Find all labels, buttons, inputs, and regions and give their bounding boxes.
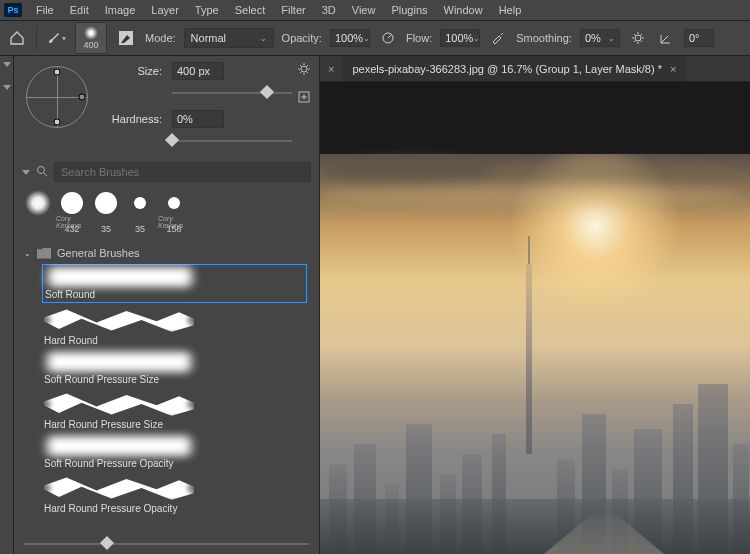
menu-file[interactable]: File <box>28 2 62 18</box>
brush-preset-name: Soft Round Pressure Opacity <box>44 458 305 469</box>
svg-line-6 <box>44 173 47 176</box>
document-tab[interactable]: pexels-pixabay-366283.jpg @ 16.7% (Group… <box>342 56 686 81</box>
menu-type[interactable]: Type <box>187 2 227 18</box>
size-input[interactable]: 400 px <box>172 62 224 80</box>
chevron-down-icon: ▾ <box>62 34 66 43</box>
menu-3d[interactable]: 3D <box>314 2 344 18</box>
menu-plugins[interactable]: Plugins <box>383 2 435 18</box>
svg-point-5 <box>38 167 45 174</box>
pressure-opacity-toggle[interactable] <box>378 28 398 48</box>
document-title: pexels-pixabay-366283.jpg @ 16.7% (Group… <box>352 63 662 75</box>
brush-stroke-preview <box>44 391 194 417</box>
brush-swatch[interactable]: Cory Kerkeys158 <box>158 192 190 234</box>
mode-label: Mode: <box>145 32 176 44</box>
brush-stroke-preview <box>44 352 194 372</box>
smoothing-options[interactable] <box>628 28 648 48</box>
recent-brushes-row: Cory Kerkeys432 35 35 Cory Kerkeys158 <box>22 190 311 236</box>
brush-preset-name: Soft Round <box>45 289 304 300</box>
brush-list[interactable]: Soft RoundHard RoundSoft Round Pressure … <box>22 264 311 534</box>
brush-preset-item[interactable]: Hard Round <box>42 305 307 348</box>
size-slider[interactable] <box>172 86 292 100</box>
brush-swatch[interactable] <box>22 192 54 234</box>
menu-window[interactable]: Window <box>436 2 491 18</box>
expand-triangle-icon[interactable] <box>22 170 30 175</box>
brush-stroke-preview <box>44 307 194 333</box>
angle-icon <box>659 31 673 45</box>
gear-icon[interactable] <box>297 62 311 78</box>
canvas[interactable] <box>320 82 750 554</box>
brush-preview-dot <box>84 26 98 40</box>
smoothing-value: 0% <box>585 32 601 44</box>
expand-triangle-icon[interactable] <box>3 62 11 67</box>
brush-settings-toggle[interactable] <box>115 27 137 49</box>
brush-tool-icon[interactable]: ▾ <box>45 27 67 49</box>
brush-angle-widget[interactable] <box>26 66 88 128</box>
pressure-icon <box>380 30 396 46</box>
brush-preset-item[interactable]: Soft Round Pressure Opacity <box>42 434 307 471</box>
menu-view[interactable]: View <box>344 2 384 18</box>
brush-size-readout: 400 <box>83 41 98 50</box>
blend-mode-value: Normal <box>191 32 226 44</box>
menu-layer[interactable]: Layer <box>143 2 187 18</box>
brush-icon <box>46 30 62 46</box>
brush-preset-name: Hard Round <box>44 335 305 346</box>
brush-script-label: Cory Kerkeys <box>56 215 88 223</box>
flow-label: Flow: <box>406 32 432 44</box>
airbrush-toggle[interactable] <box>488 28 508 48</box>
new-preset-icon[interactable] <box>297 90 311 106</box>
document-area: × pexels-pixabay-366283.jpg @ 16.7% (Gro… <box>320 56 750 554</box>
brush-panel-icon <box>117 29 135 47</box>
menu-bar: Ps File Edit Image Layer Type Select Fil… <box>0 0 750 20</box>
smoothing-input[interactable]: 0%⌄ <box>580 29 620 47</box>
menu-filter[interactable]: Filter <box>273 2 313 18</box>
brush-preset-item[interactable]: Soft Round Pressure Size <box>42 350 307 387</box>
folder-icon <box>37 248 51 259</box>
home-icon <box>9 30 25 46</box>
flow-input[interactable]: 100%⌄ <box>440 29 480 47</box>
home-button[interactable] <box>6 27 28 49</box>
hardness-input[interactable]: 0% <box>172 110 224 128</box>
expand-triangle-icon[interactable] <box>3 85 11 90</box>
opacity-label: Opacity: <box>282 32 322 44</box>
brush-preset-name: Soft Round Pressure Size <box>44 374 305 385</box>
brush-preset-picker[interactable]: 400 <box>75 22 107 54</box>
app-logo: Ps <box>4 3 22 17</box>
thumbnail-size-slider[interactable] <box>24 538 309 550</box>
angle-value: 0° <box>689 32 700 44</box>
brush-preset-name: Hard Round Pressure Size <box>44 419 305 430</box>
brush-swatch[interactable]: 35 <box>90 192 122 234</box>
chevron-down-icon: ⌄ <box>260 34 267 43</box>
brush-preset-item[interactable]: Soft Round <box>42 264 307 303</box>
folder-label: General Brushes <box>57 247 140 259</box>
flow-value: 100% <box>445 32 473 44</box>
opacity-input[interactable]: 100%⌄ <box>330 29 370 47</box>
brush-preset-name: Hard Round Pressure Opacity <box>44 503 305 514</box>
smoothing-label: Smoothing: <box>516 32 572 44</box>
brush-stroke-preview <box>45 267 195 287</box>
brush-folder[interactable]: ⌄ General Brushes <box>22 244 311 262</box>
brush-preset-panel: Size: 400 px Hardness: 0% <box>14 56 320 554</box>
menu-help[interactable]: Help <box>491 2 530 18</box>
close-tab-left[interactable]: × <box>320 63 342 75</box>
menu-select[interactable]: Select <box>227 2 274 18</box>
brush-preset-item[interactable]: Hard Round Pressure Opacity <box>42 473 307 516</box>
chevron-down-icon: ⌄ <box>608 34 615 43</box>
hardness-slider[interactable] <box>172 134 292 148</box>
angle-input[interactable]: 0° <box>684 29 714 47</box>
close-icon[interactable]: × <box>670 63 676 75</box>
search-input[interactable] <box>54 162 311 182</box>
menu-image[interactable]: Image <box>97 2 144 18</box>
brush-swatch[interactable]: Cory Kerkeys432 <box>56 192 88 234</box>
chevron-down-icon: ⌄ <box>363 34 370 43</box>
brush-script-label: Cory Kerkeys <box>158 215 190 223</box>
brush-preset-item[interactable]: Hard Round Pressure Size <box>42 389 307 432</box>
caret-down-icon: ⌄ <box>24 249 31 258</box>
hardness-label: Hardness: <box>102 113 162 125</box>
blend-mode-select[interactable]: Normal ⌄ <box>184 28 274 48</box>
brush-angle-control[interactable] <box>656 28 676 48</box>
brush-swatch[interactable]: 35 <box>124 192 156 234</box>
options-bar: ▾ 400 Mode: Normal ⌄ Opacity: 100%⌄ Flow… <box>0 20 750 56</box>
airbrush-icon <box>490 30 506 46</box>
search-icon <box>36 165 48 179</box>
menu-edit[interactable]: Edit <box>62 2 97 18</box>
